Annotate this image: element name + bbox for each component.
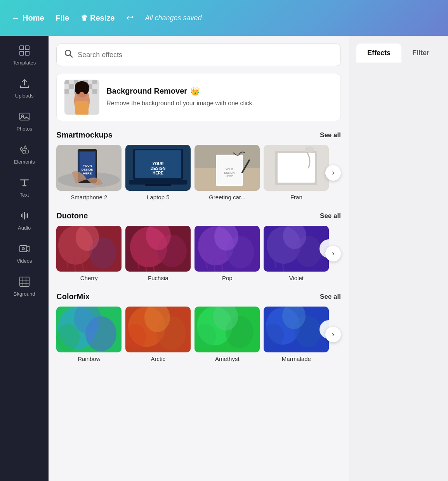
amethyst-label: Amethyst: [215, 356, 240, 362]
sidebar-item-audio[interactable]: Audio: [0, 205, 49, 236]
cherry-thumb: [56, 226, 122, 272]
undo-button[interactable]: ↩: [126, 13, 133, 23]
svg-marker-6: [24, 146, 27, 149]
laptop-label: Laptop 5: [147, 194, 169, 200]
cherry-label: Cherry: [80, 275, 98, 281]
topbar: ← Home File ♛ Resize ↩ All changes saved: [0, 0, 448, 36]
laptop-thumb: YOUR DESIGN HERE: [125, 145, 191, 191]
background-icon: [19, 276, 30, 289]
smartmockups-title: Smartmockups: [56, 131, 113, 139]
audio-icon: [19, 210, 30, 223]
frame-label: Fran: [290, 194, 302, 200]
svg-rect-33: [75, 101, 89, 115]
greetingcard-label: Greeting car...: [209, 194, 245, 200]
list-item[interactable]: Marmalade: [264, 307, 329, 362]
search-bar[interactable]: [56, 44, 341, 66]
smartphone-thumb: YOUR DESIGN HERE: [56, 145, 122, 191]
colormix-header: ColorMix See all: [56, 292, 341, 301]
list-item[interactable]: YOUR DESIGN HERE Laptop 5: [125, 145, 191, 200]
bg-remover-thumbnail: [64, 80, 99, 115]
audio-label: Audio: [18, 225, 31, 231]
resize-crown-icon: ♛: [81, 13, 88, 23]
background-label: Bkground: [14, 291, 35, 297]
duotone-section: Duotone See all: [56, 211, 341, 281]
text-label: Text: [20, 192, 29, 198]
svg-point-98: [264, 324, 284, 347]
fuchsia-label: Fuchsia: [148, 275, 168, 281]
svg-text:DESIGN: DESIGN: [82, 168, 94, 171]
crown-icon: 👑: [190, 87, 200, 96]
bg-remover-info: Background Remover 👑 Remove the backgrou…: [106, 87, 333, 108]
tab-filter[interactable]: Filter: [401, 44, 440, 63]
svg-text:HERE: HERE: [83, 172, 92, 175]
search-icon: [64, 49, 73, 60]
greetingcard-thumb: YOUR DESIGN HERE: [194, 145, 260, 191]
bg-remover-desc: Remove the background of your image with…: [106, 99, 333, 108]
list-item[interactable]: Amethyst: [194, 307, 260, 362]
list-item[interactable]: Pop: [194, 226, 260, 281]
sidebar: Templates Uploads Photos: [0, 36, 49, 481]
colormix-next-button[interactable]: ›: [325, 327, 341, 342]
list-item[interactable]: Fuchsia: [125, 226, 191, 281]
tab-buttons: Effects Filter: [356, 44, 440, 63]
background-remover-card[interactable]: Background Remover 👑 Remove the backgrou…: [56, 73, 341, 121]
right-panel: Effects Filter: [349, 36, 448, 481]
svg-text:YOUR: YOUR: [226, 168, 233, 171]
sidebar-item-photos[interactable]: Photos: [0, 106, 49, 137]
svg-text:YOUR: YOUR: [83, 164, 92, 167]
svg-rect-21: [69, 84, 74, 89]
list-item[interactable]: Violet: [264, 226, 329, 281]
frame-thumb: [264, 145, 329, 191]
violet-thumb: [264, 226, 329, 272]
list-item[interactable]: Arctic: [125, 307, 191, 362]
sidebar-item-elements[interactable]: Elements: [0, 139, 49, 170]
svg-rect-2: [20, 51, 24, 55]
back-home-button[interactable]: ← Home: [12, 14, 44, 23]
list-item[interactable]: YOUR DESIGN HERE Greeting car...: [194, 145, 260, 200]
file-button[interactable]: File: [56, 14, 69, 23]
sidebar-item-background[interactable]: Bkground: [0, 271, 49, 302]
smartmockups-next-button[interactable]: ›: [325, 165, 341, 181]
sidebar-item-uploads[interactable]: Uploads: [0, 73, 49, 104]
duotone-see-all[interactable]: See all: [320, 212, 341, 220]
svg-rect-0: [20, 46, 24, 50]
search-input[interactable]: [78, 51, 333, 59]
duotone-header: Duotone See all: [56, 211, 341, 220]
sidebar-item-text[interactable]: Text: [0, 172, 49, 203]
smartmockups-row: YOUR DESIGN HERE Smartphone 2: [56, 145, 341, 200]
svg-text:HERE: HERE: [226, 175, 234, 178]
svg-text:DESIGN: DESIGN: [151, 166, 165, 171]
list-item[interactable]: Cherry: [56, 226, 122, 281]
sidebar-item-templates[interactable]: Templates: [0, 40, 49, 71]
svg-rect-3: [25, 51, 29, 55]
svg-rect-27: [92, 89, 97, 94]
photos-icon: [19, 111, 30, 124]
elements-icon: [19, 144, 30, 157]
sidebar-item-videos[interactable]: Videos: [0, 238, 49, 269]
smartmockups-see-all[interactable]: See all: [320, 131, 341, 139]
save-status: All changes saved: [145, 14, 201, 22]
colormix-section: ColorMix See all Rainbow: [56, 292, 341, 362]
list-item[interactable]: Rainbow: [56, 307, 122, 362]
colormix-see-all[interactable]: See all: [320, 293, 341, 301]
rainbow-thumb: [56, 307, 122, 352]
svg-rect-10: [20, 277, 29, 286]
svg-point-61: [305, 146, 314, 153]
fuchsia-thumb: [125, 226, 191, 272]
list-item[interactable]: YOUR DESIGN HERE Smartphone 2: [56, 145, 122, 200]
text-icon: [19, 177, 30, 190]
duotone-next-button[interactable]: ›: [325, 246, 341, 261]
home-label: Home: [23, 14, 44, 23]
photos-label: Photos: [16, 126, 32, 132]
svg-rect-24: [64, 89, 69, 94]
tab-effects[interactable]: Effects: [356, 44, 401, 63]
svg-rect-49: [145, 184, 171, 186]
svg-text:DESIGN: DESIGN: [224, 171, 235, 174]
svg-rect-7: [25, 150, 28, 153]
amethyst-thumb: [194, 307, 260, 352]
uploads-icon: [19, 78, 30, 91]
resize-button[interactable]: ♛ Resize: [81, 13, 115, 23]
svg-rect-4: [20, 113, 29, 120]
list-item[interactable]: Fran: [264, 145, 329, 200]
rainbow-label: Rainbow: [78, 356, 100, 362]
